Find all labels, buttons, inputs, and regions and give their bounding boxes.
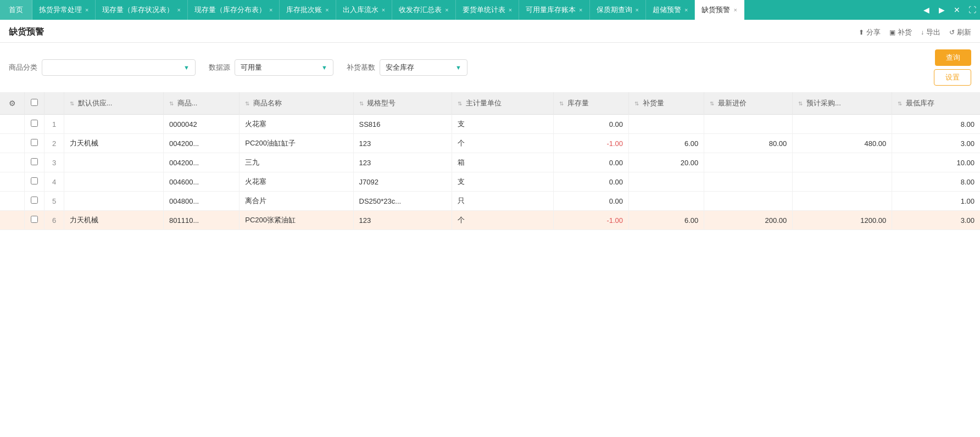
table-body: 1 0000042 火花塞 SS816 支 0.00 8.00 2 力天机械 0… [0,115,980,230]
td-checkbox-1 [25,134,44,153]
tab-avail-ledger-close[interactable]: × [579,7,582,13]
tab-batch-account-close[interactable]: × [325,7,328,13]
td-name-2: 三九 [240,153,353,172]
row-checkbox-0[interactable] [31,120,38,127]
td-spec-1: 123 [353,134,452,153]
td-replenish-4 [629,192,704,211]
tab-avail-ledger[interactable]: 可用量库存账本 × [519,0,589,20]
category-select[interactable]: ▼ [42,59,196,76]
th-stock-qty: ⇅ 库存量 [553,92,628,115]
td-min-4: 1.00 [892,192,980,211]
refresh-icon: ↺ [949,29,955,36]
datasource-select[interactable]: 可用量 ▼ [235,59,333,76]
share-button[interactable]: ⬆ 分享 [859,27,881,37]
replenish-button[interactable]: ▣ 补货 [889,27,912,37]
tab-inout-flow-label: 出入库流水 [343,5,378,15]
row-checkbox-1[interactable] [31,139,38,146]
tab-shortage[interactable]: 缺货预警 × [695,0,744,20]
category-chevron-icon: ▼ [183,64,190,71]
tab-receipt-summary-label: 收发存汇总表 [399,5,442,15]
sort-icon-code: ⇅ [169,100,174,107]
refresh-button[interactable]: ↺ 刷新 [949,27,971,37]
td-supplier-2 [64,153,164,172]
category-filter-item: 商品分类 ▼ [9,59,196,76]
row-checkbox-2[interactable] [31,158,38,165]
column-settings-icon[interactable]: ⚙ [5,97,19,110]
td-seq-5: 6 [44,211,64,230]
table-row: 4 004600... 火花塞 J7092 支 0.00 8.00 [0,172,980,192]
tab-overstock[interactable]: 超储预警 × [646,0,695,20]
settings-button[interactable]: 设置 [934,69,971,86]
tab-inout-flow-close[interactable]: × [382,7,385,13]
replenish-base-filter-item: 补货基数 安全库存 ▼ [347,59,467,76]
query-button[interactable]: 查询 [935,49,971,66]
td-est-3 [793,172,892,192]
sort-icon-replenish: ⇅ [634,100,639,107]
table-row: 3 004200... 三九 123 箱 0.00 20.00 10.00 [0,153,980,172]
tab-receipt-summary[interactable]: 收发存汇总表 × [392,0,455,20]
tab-expiry-query-close[interactable]: × [636,7,639,13]
select-all-checkbox[interactable] [31,99,38,106]
tab-inventory-status-close[interactable]: × [177,7,180,13]
refresh-label: 刷新 [957,27,971,37]
tab-fullscreen[interactable]: ⛶ [965,0,980,20]
tab-inventory-dist[interactable]: 现存量（库存分布表） × [188,0,280,20]
export-button[interactable]: ↓ 导出 [921,27,940,37]
th-product-name: ⇅ 商品名称 [240,92,353,115]
td-est-0 [793,115,892,134]
td-seq-2: 3 [44,153,64,172]
th-stock-qty-label: 库存量 [567,99,589,107]
row-checkbox-4[interactable] [31,197,38,204]
th-settings: ⚙ [0,92,25,115]
tab-overstock-close[interactable]: × [684,7,688,13]
th-checkbox [25,92,44,115]
tab-shortage-close[interactable]: × [733,7,737,13]
td-stock-2: 0.00 [553,153,628,172]
td-seq-0: 1 [44,115,64,134]
td-code-5: 801110... [164,211,240,230]
tab-batch-account[interactable]: 库存批次账 × [280,0,336,20]
table-row: 2 力天机械 004200... PC200油缸缸子 123 个 -1.00 6… [0,134,980,153]
tab-inout-flow[interactable]: 出入库流水 × [336,0,392,20]
th-min-stock-label: 最低库存 [906,99,934,107]
td-min-2: 10.00 [892,153,980,172]
tab-inventory-dist-close[interactable]: × [269,7,272,13]
td-price-1: 80.00 [704,134,793,153]
tab-nav-prev[interactable]: ◀ [918,0,934,20]
td-spec-3: J7092 [353,172,452,192]
replenish-icon: ▣ [889,29,895,36]
sort-icon-stock: ⇅ [559,100,564,107]
th-est-purchase-label: 预计采购... [806,99,841,107]
row-checkbox-3[interactable] [31,177,38,184]
tab-inventory-status[interactable]: 现存量（库存状况表） × [96,0,187,20]
td-replenish-5: 6.00 [629,211,704,230]
tab-home[interactable]: 首页 [0,0,32,20]
sort-icon-est: ⇅ [798,100,803,107]
tab-req-stats-close[interactable]: × [509,7,512,13]
td-settings-1 [0,134,25,153]
th-est-purchase: ⇅ 预计采购... [793,92,892,115]
tab-exception[interactable]: 拣货异常处理 × [32,0,96,20]
td-est-5: 1200.00 [793,211,892,230]
td-checkbox-0 [25,115,44,134]
tab-nav-next[interactable]: ▶ [934,0,949,20]
td-est-4 [793,192,892,211]
td-checkbox-2 [25,153,44,172]
replenish-base-select[interactable]: 安全库存 ▼ [380,59,467,76]
datasource-value: 可用量 [241,63,262,72]
datasource-label: 数据源 [209,63,230,72]
td-unit-1: 个 [452,134,553,153]
th-seq [44,92,64,115]
sort-icon-min: ⇅ [898,100,902,107]
td-replenish-3 [629,172,704,192]
tab-receipt-summary-close[interactable]: × [445,7,448,13]
tab-exception-close[interactable]: × [85,7,88,13]
tab-window-close[interactable]: ✕ [949,0,965,20]
tab-expiry-query[interactable]: 保质期查询 × [590,0,646,20]
replenish-base-value: 安全库存 [386,63,414,72]
td-price-4 [704,192,793,211]
tab-expiry-query-label: 保质期查询 [597,5,632,15]
tab-req-stats[interactable]: 要货单统计表 × [456,0,519,20]
th-default-supplier-label: 默认供应... [78,99,113,107]
row-checkbox-5[interactable] [31,216,38,223]
